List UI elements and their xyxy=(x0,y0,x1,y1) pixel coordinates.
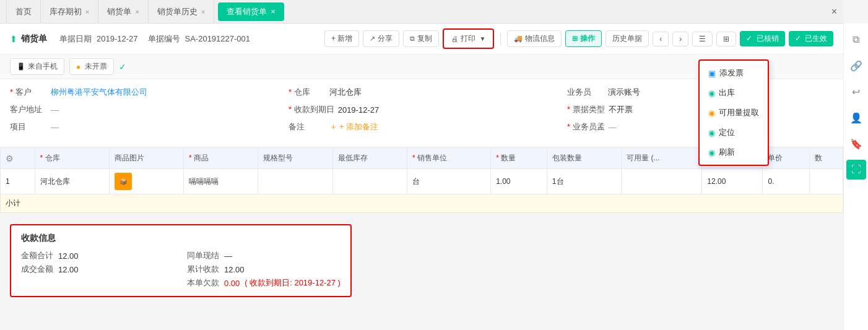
gear-icon[interactable]: ⚙ xyxy=(6,154,14,163)
doc-header: ⬆ 销货单 单据日期 2019-12-27 单据编号 SA-20191227-0… xyxy=(0,24,843,54)
tab-sales-order[interactable]: 销货单 × xyxy=(98,0,148,24)
row-num: 1 xyxy=(1,169,35,194)
th-unit: 销售单位 xyxy=(407,148,491,169)
address-value: — xyxy=(51,105,59,115)
payment-section: 收款信息 金额合计 12.00 同单现结 — 成交金额 12.00 累计收款 1… xyxy=(0,213,843,308)
dropdown-outbound[interactable]: ◉ 出库 xyxy=(700,83,768,103)
field-remark: 备注 ＋ + 添加备注 xyxy=(289,121,555,132)
tab-inventory-init[interactable]: 库存期初 × xyxy=(41,0,98,24)
check-icon: ✓ xyxy=(119,62,126,72)
th-product: 商品 xyxy=(184,148,258,169)
right-sidebar: ⧉ 🔗 ↩ 👤 🔖 ⛶ xyxy=(843,24,868,308)
tab-home[interactable]: 首页 xyxy=(6,0,41,24)
refresh-icon: ◉ xyxy=(708,148,715,157)
view-grid-btn[interactable]: ⊞ xyxy=(716,32,736,46)
field-due-date: 收款到期日 2019-12-27 xyxy=(289,104,555,115)
customer-label: 客户 xyxy=(10,87,47,98)
global-close-icon[interactable]: × xyxy=(831,6,837,17)
th-available: 可用量 (... xyxy=(622,148,702,169)
th-gear: ⚙ xyxy=(1,148,35,169)
deal-amount-label: 成交金额 xyxy=(21,264,53,275)
amount-total-label: 金额合计 xyxy=(21,250,53,261)
payment-same-order: 同单现结 — xyxy=(187,250,341,261)
toolbar-sep xyxy=(500,33,501,45)
tab-bar: 首页 库存期初 × 销货单 × 销货单历史 × 查看销货单 × × xyxy=(0,0,843,24)
cumulative-label: 累计收款 xyxy=(187,264,219,275)
subtotal-label: 小计 xyxy=(1,194,843,213)
nav-next-btn[interactable]: › xyxy=(672,32,688,46)
nav-prev-btn[interactable]: ‹ xyxy=(653,32,669,46)
row-qty: 1.00 xyxy=(491,169,547,194)
same-order-value: — xyxy=(224,251,232,261)
share-btn[interactable]: ↗ 分享 xyxy=(363,30,399,47)
tab-close-sales-order[interactable]: × xyxy=(135,8,139,15)
subtotal-row: 小计 xyxy=(1,194,843,213)
payment-box: 收款信息 金额合计 12.00 同单现结 — 成交金额 12.00 累计收款 1… xyxy=(10,224,352,297)
logistics-btn[interactable]: 🚚 物流信息 xyxy=(507,30,562,47)
row-price: 0. xyxy=(763,169,810,194)
table-row: 1 河北仓库 📦 嗝嗝嗝嗝 台 1.00 1台 12.00 0. xyxy=(1,169,843,194)
due-date-value: 2019-12-27 xyxy=(338,105,380,115)
row-min-stock xyxy=(332,169,407,194)
amount-total-value: 12.00 xyxy=(58,251,79,261)
th-qty: 数量 xyxy=(491,148,547,169)
sidebar-user-icon[interactable]: 👤 xyxy=(846,108,866,128)
new-btn[interactable]: + 新增 xyxy=(324,30,359,47)
outbound-icon: ◉ xyxy=(708,89,715,98)
row-product: 嗝嗝嗝嗝 xyxy=(184,169,258,194)
customer-value[interactable]: 柳州粤港平安气体有限公司 xyxy=(51,87,147,98)
sidebar-expand-icon[interactable]: ⛶ xyxy=(846,160,866,180)
field-customer: 客户 柳州粤港平安气体有限公司 xyxy=(10,87,276,98)
sold-btn[interactable]: ✓ 已核销 xyxy=(740,31,784,46)
payment-grid: 金额合计 12.00 同单现结 — 成交金额 12.00 累计收款 12.00 … xyxy=(21,250,341,289)
tab-close-sales-history[interactable]: × xyxy=(201,8,205,15)
history-btn[interactable]: 历史单据 xyxy=(605,30,649,47)
print-btn[interactable]: 🖨 打印 ▼ xyxy=(445,31,492,46)
sidebar-tag-icon[interactable]: 🔖 xyxy=(846,134,866,154)
print-btn-highlight: 🖨 打印 ▼ xyxy=(443,28,494,49)
warehouse-label: 仓库 xyxy=(289,87,326,98)
operation-btn[interactable]: ⊞ 操作 xyxy=(565,30,602,47)
ticket-type-value: 不开票 xyxy=(609,104,633,115)
view-list-btn[interactable]: ☰ xyxy=(692,32,713,46)
tab-sales-history[interactable]: 销货单历史 × xyxy=(149,0,214,24)
add-invoice-icon: ▣ xyxy=(708,69,716,78)
sidebar-copy-icon[interactable]: ⧉ xyxy=(846,30,866,50)
dropdown-refresh[interactable]: ◉ 刷新 xyxy=(700,142,768,162)
th-warehouse: 仓库 xyxy=(35,148,109,169)
tab-close-inventory-init[interactable]: × xyxy=(85,8,89,15)
sidebar-link-icon[interactable]: 🔗 xyxy=(846,56,866,76)
field-address: 客户地址 — xyxy=(10,104,276,115)
product-thumbnail: 📦 xyxy=(115,173,132,190)
copy-btn[interactable]: ⧉ 复制 xyxy=(403,30,439,47)
this-order-due-value: 0.00 xyxy=(224,279,240,288)
add-remark-btn[interactable]: ＋ + 添加备注 xyxy=(329,121,378,132)
payment-deal-amount: 成交金额 12.00 xyxy=(21,264,175,275)
not-open-btn[interactable]: 未开票 xyxy=(69,58,114,75)
this-order-due-label: 本单欠款 xyxy=(187,277,219,289)
row-amount xyxy=(810,169,843,194)
dropdown-available-qty[interactable]: ◉ 可用量提取 xyxy=(700,103,768,123)
cumulative-value: 12.00 xyxy=(224,265,245,274)
dropdown-locate[interactable]: ◉ 定位 xyxy=(700,123,768,142)
row-spec xyxy=(258,169,332,194)
doc-date-label: 单据日期 2019-12-27 xyxy=(59,33,138,45)
field-warehouse: 仓库 河北仓库 xyxy=(289,87,555,98)
row-pack-qty: 1台 xyxy=(547,169,621,194)
doc-meta: 单据日期 2019-12-27 单据编号 SA-20191227-001 xyxy=(59,33,250,45)
tab-close-view-sales[interactable]: × xyxy=(271,7,276,16)
tab-view-sales-order[interactable]: 查看销货单 × xyxy=(218,2,284,21)
project-label: 项目 xyxy=(10,121,47,132)
available-qty-icon: ◉ xyxy=(708,108,715,118)
th-img: 商品图片 xyxy=(109,148,183,169)
due-date-label: 收款到期日 xyxy=(289,104,334,115)
from-phone-btn[interactable]: 📱 来自手机 xyxy=(10,58,64,75)
th-pack-qty: 包装数量 xyxy=(547,148,621,169)
staff2-label: 业务员孟 xyxy=(567,121,605,132)
address-label: 客户地址 xyxy=(10,104,47,115)
row-img: 📦 xyxy=(109,169,183,194)
sidebar-return-icon[interactable]: ↩ xyxy=(846,82,866,102)
warehouse-value: 河北仓库 xyxy=(329,87,362,98)
dropdown-add-invoice[interactable]: ▣ 添发票 xyxy=(700,63,768,83)
effect-btn[interactable]: ✓ 已生效 xyxy=(789,31,833,46)
